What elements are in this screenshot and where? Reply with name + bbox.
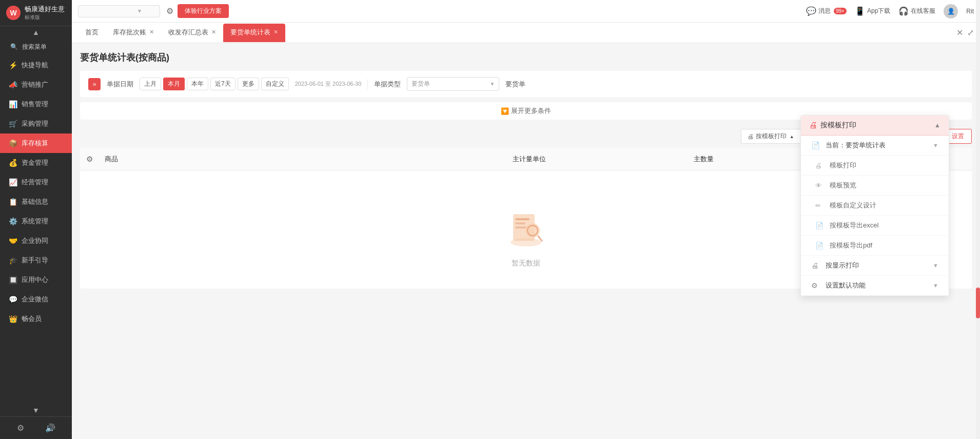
- order-type-label: 单据类型: [374, 80, 401, 89]
- template-preview-icon: 👁: [815, 182, 825, 189]
- quick-nav-icon: ⚡: [8, 61, 17, 70]
- sidebar-item-operation[interactable]: 📈 经营管理: [0, 173, 72, 192]
- sidebar-item-inventory[interactable]: 📦 库存核算: [0, 133, 72, 153]
- inventory-icon: 📦: [8, 139, 17, 148]
- template-print-icon: 🖨: [815, 162, 825, 169]
- expand-more-button[interactable]: 🔽 展开更多条件: [501, 106, 551, 116]
- display-print-item[interactable]: 🖨 按显示打印 ▼: [801, 256, 949, 276]
- sidebar-scroll-up[interactable]: ▲: [0, 26, 72, 39]
- app-download-group[interactable]: 📱 App下载: [855, 6, 890, 16]
- trial-button[interactable]: 体验行业方案: [178, 4, 229, 18]
- date-btn-last-month[interactable]: 上月: [140, 78, 161, 90]
- svg-rect-4: [515, 226, 527, 228]
- guide-icon: 🎓: [8, 256, 17, 265]
- footer-sound-icon[interactable]: 🔊: [45, 423, 55, 433]
- topbar-search-box[interactable]: ▼: [78, 5, 160, 17]
- sidebar-search[interactable]: 🔍 搜索菜单: [0, 39, 72, 55]
- sidebar-item-quick-nav[interactable]: ⚡ 快捷导航: [0, 55, 72, 75]
- messages-group[interactable]: 💬 消息 99+: [806, 6, 847, 16]
- messages-icon: 💬: [806, 6, 816, 16]
- expand-icon-button[interactable]: »: [88, 78, 101, 90]
- order-type-value: 要货单: [411, 80, 489, 88]
- display-print-icon: 🖨: [811, 261, 820, 270]
- tab-inventory-batch[interactable]: 库存批次账 ✕: [106, 24, 161, 42]
- svg-rect-2: [515, 218, 530, 220]
- date-range-text: 2023-06-01 至 2023-06-30: [295, 80, 362, 88]
- date-btn-this-year[interactable]: 本年: [187, 78, 208, 90]
- sidebar-item-member[interactable]: 👑 畅会员: [0, 309, 72, 329]
- messages-badge: 99+: [834, 8, 847, 14]
- member-icon: 👑: [8, 314, 17, 323]
- expand-more-label: 展开更多条件: [511, 106, 551, 116]
- order-type-select[interactable]: 要货单 ▼: [407, 77, 499, 91]
- sidebar-item-basic[interactable]: 📋 基础信息: [0, 192, 72, 212]
- topbar-right: 💬 消息 99+ 📱 App下载 🎧 在线客服 👤 Rit: [806, 4, 974, 18]
- date-buttons: 上月 本月 本年 近7天 更多 自定义: [140, 78, 289, 90]
- date-btn-more[interactable]: 更多: [238, 78, 259, 90]
- sidebar-item-guide[interactable]: 🎓 新手引导: [0, 251, 72, 270]
- print-dropdown-close-btn[interactable]: ▲: [934, 122, 940, 129]
- sales-icon: 📊: [8, 100, 17, 109]
- template-print-item[interactable]: 🖨 模板打印: [801, 156, 949, 176]
- template-preview-item[interactable]: 👁 模板预览: [801, 176, 949, 196]
- page-title: 要货单统计表(按商品): [80, 51, 972, 64]
- date-btn-this-month[interactable]: 本月: [163, 78, 185, 90]
- print-dropdown-panel: 🖨 按模板打印 ▲ 📄 当前：要货单统计表 ▼ 🖨 模板打印 👁: [800, 115, 949, 296]
- tab-close-order-stats[interactable]: ✕: [273, 29, 278, 35]
- svg-rect-3: [515, 222, 525, 224]
- print-icon: 🖨: [748, 133, 754, 140]
- tab-close-inventory-batch[interactable]: ✕: [149, 29, 154, 35]
- print-btn[interactable]: 🖨 按模板打印 ▲: [741, 129, 801, 144]
- col-product: 商品: [101, 155, 442, 164]
- sidebar-item-collab[interactable]: 🤝 企业协同: [0, 231, 72, 251]
- window-controls: ✕ ⤢: [956, 28, 974, 37]
- filter-divider: [367, 79, 368, 89]
- sidebar-item-wechat[interactable]: 💬 企业微信: [0, 290, 72, 309]
- user-avatar[interactable]: 👤: [944, 4, 958, 18]
- topbar-left: ▼ ⚙ 体验行业方案: [78, 4, 806, 18]
- current-template-item[interactable]: 📄 当前：要货单统计表 ▼: [801, 136, 949, 156]
- topbar-dropdown-icon[interactable]: ▼: [137, 8, 142, 14]
- template-pdf-item[interactable]: 📄 按模板导出pdf: [801, 236, 949, 256]
- topbar-search-input[interactable]: [84, 8, 135, 15]
- window-close-btn[interactable]: ✕: [956, 28, 963, 37]
- set-default-item[interactable]: ⚙ 设置默认功能 ▼: [801, 276, 949, 296]
- sidebar-nav: ⚡ 快捷导航 📣 营销推广 📊 销售管理 🛒 采购管理 📦 库存核算 💰 资金管…: [0, 55, 72, 404]
- tab-close-receipts-summary[interactable]: ✕: [211, 29, 216, 35]
- logo-icon: W: [6, 6, 21, 20]
- template-custom-item[interactable]: ✏ 模板自定义设计: [801, 196, 949, 216]
- sidebar-item-finance[interactable]: 💰 资金管理: [0, 153, 72, 173]
- user-name[interactable]: Rit: [966, 8, 974, 15]
- apps-icon: 🔲: [8, 275, 17, 284]
- sidebar-scroll-down[interactable]: ▼: [0, 404, 72, 416]
- tab-receipts-summary[interactable]: 收发存汇总表 ✕: [161, 24, 223, 42]
- finance-icon: 💰: [8, 158, 17, 167]
- print-dropdown-arrow: ▲: [790, 134, 794, 139]
- system-icon: ⚙️: [8, 217, 17, 226]
- tab-home[interactable]: 首页: [78, 24, 106, 42]
- current-template-icon: 📄: [811, 141, 820, 149]
- template-excel-item[interactable]: 📄 按模板导出excel: [801, 216, 949, 236]
- date-btn-last7[interactable]: 近7天: [210, 78, 236, 90]
- empty-illustration-icon: [500, 201, 552, 253]
- print-header-icon: 🖨: [809, 121, 817, 130]
- main-scrollbar-track: [976, 0, 980, 439]
- date-btn-custom[interactable]: 自定义: [261, 78, 289, 90]
- window-maximize-btn[interactable]: ⤢: [967, 28, 974, 37]
- main-scrollbar-thumb[interactable]: [976, 288, 980, 318]
- table-column-settings-icon[interactable]: ⚙: [86, 155, 101, 164]
- sidebar-item-purchase[interactable]: 🛒 采购管理: [0, 114, 72, 133]
- sidebar-item-apps[interactable]: 🔲 应用中心: [0, 270, 72, 290]
- app-name: 畅康通好生意: [25, 5, 65, 14]
- footer-settings-icon[interactable]: ⚙: [17, 423, 24, 433]
- print-dropdown-header: 🖨 按模板打印 ▲: [801, 116, 949, 136]
- topbar-gear-icon[interactable]: ⚙: [166, 6, 173, 16]
- wechat-icon: 💬: [8, 295, 17, 304]
- template-custom-icon: ✏: [815, 202, 825, 209]
- sidebar-item-sales[interactable]: 📊 销售管理: [0, 94, 72, 114]
- sidebar-item-marketing[interactable]: 📣 营销推广: [0, 75, 72, 94]
- current-template-arrow: ▼: [933, 142, 938, 148]
- sidebar-item-system[interactable]: ⚙️ 系统管理: [0, 212, 72, 231]
- tab-order-stats[interactable]: 要货单统计表 ✕: [223, 24, 285, 42]
- online-service-group[interactable]: 🎧 在线客服: [898, 6, 935, 16]
